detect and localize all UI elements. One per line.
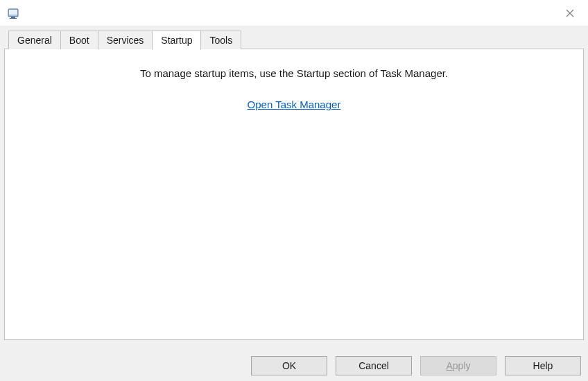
svg-rect-1: [9, 10, 17, 15]
link-row: Open Task Manager: [19, 99, 569, 110]
help-button[interactable]: Help: [505, 356, 581, 375]
tab-services[interactable]: Services: [98, 31, 153, 49]
cancel-button[interactable]: Cancel: [336, 356, 412, 375]
msconfig-icon: [7, 6, 21, 20]
svg-rect-3: [10, 18, 17, 19]
apply-button: Apply: [420, 356, 496, 375]
tab-strip: General Boot Services Startup Tools: [4, 31, 584, 49]
close-button[interactable]: [556, 3, 584, 24]
titlebar-left: [7, 6, 21, 20]
startup-message: To manage startup items, use the Startup…: [19, 67, 569, 79]
tab-startup[interactable]: Startup: [152, 31, 201, 50]
titlebar: [0, 0, 588, 26]
open-task-manager-link[interactable]: Open Task Manager: [248, 99, 341, 110]
tab-tools[interactable]: Tools: [200, 31, 241, 49]
tab-boot[interactable]: Boot: [60, 31, 98, 49]
dialog-button-row: OK Cancel Apply Help: [251, 356, 581, 375]
tab-panel-startup: To manage startup items, use the Startup…: [4, 49, 584, 340]
ok-button[interactable]: OK: [251, 356, 327, 375]
svg-rect-2: [11, 17, 15, 18]
tab-general[interactable]: General: [8, 31, 61, 49]
window-body: General Boot Services Startup Tools To m…: [0, 26, 588, 350]
